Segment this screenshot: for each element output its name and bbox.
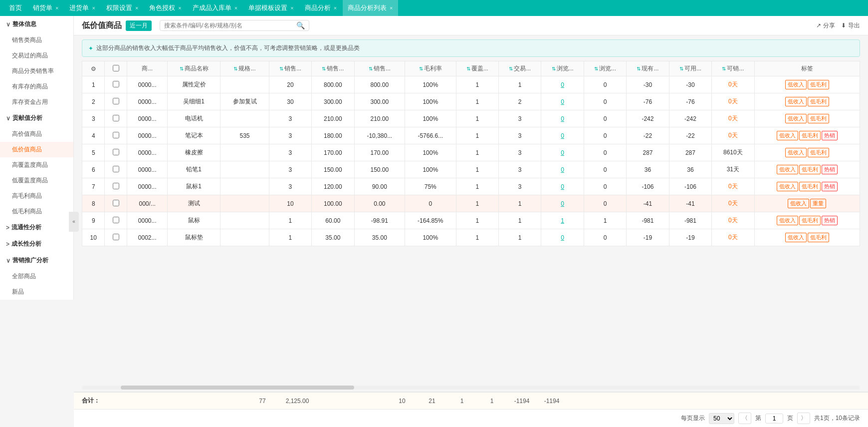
row-checkbox-1[interactable] [105,93,127,110]
row-browse1-2[interactable]: 0 [541,110,584,127]
select-all-checkbox[interactable] [113,65,119,71]
time-filter-button[interactable]: 近一月 [126,20,152,31]
sidebar-group-4[interactable]: ∨营销推广分析 [0,252,73,269]
col-header-sales_price[interactable]: ⇅销售... [312,61,354,76]
search-icon[interactable]: 🔍 [296,21,305,29]
nav-item-permission[interactable]: 权限设置× [101,0,143,16]
browse1-link-8[interactable]: 1 [561,217,564,224]
export-button[interactable]: ⬇ 导出 [841,21,860,30]
nav-close-permission[interactable]: × [135,5,138,11]
col-header-checkbox[interactable] [105,61,127,76]
row-check-1[interactable] [113,98,119,104]
row-check-2[interactable] [113,115,119,121]
browse1-link-1[interactable]: 0 [561,98,564,105]
next-page-button[interactable]: 〉 [797,413,810,424]
row-browse1-4[interactable]: 0 [541,144,584,161]
col-header-sales_amount[interactable]: ⇅销售... [354,61,405,76]
row-checkbox-6[interactable] [105,178,127,195]
sidebar-group-1[interactable]: ∨贡献值分析 [0,110,73,126]
sidebar-item-0-3[interactable]: 有库存的商品 [0,79,73,94]
nav-item-analysis[interactable]: 商品分析× [300,0,342,16]
sidebar-group-2[interactable]: >流通性分析 [0,219,73,236]
row-checkbox-2[interactable] [105,110,127,127]
col-header-settings[interactable]: ⚙ [82,61,105,76]
row-checkbox-7[interactable] [105,195,127,212]
row-checkbox-0[interactable] [105,76,127,93]
page-input[interactable] [765,414,783,424]
sidebar-group-3[interactable]: >成长性分析 [0,236,73,252]
col-header-transaction[interactable]: ⇅交易... [498,61,541,76]
col-header-name[interactable]: ⇅商品名称 [167,61,220,76]
row-browse1-3[interactable]: 0 [541,127,584,144]
nav-item-analysis-list[interactable]: 商品分析列表× [343,0,398,16]
row-check-3[interactable] [113,132,119,138]
sidebar-item-1-5[interactable]: 低毛利商品 [0,204,73,219]
nav-item-product[interactable]: 产成品入库单× [188,0,242,16]
page-size-select[interactable]: 50 100 200 [709,413,734,424]
row-checkbox-5[interactable] [105,161,127,178]
row-check-6[interactable] [113,183,119,189]
col-header-margin[interactable]: ⇅毛利率 [405,61,456,76]
sidebar-item-1-4[interactable]: 高毛利商品 [0,188,73,204]
browse1-link-2[interactable]: 0 [561,115,564,122]
row-checkbox-4[interactable] [105,144,127,161]
row-browse1-8[interactable]: 1 [541,212,584,229]
nav-close-product[interactable]: × [234,5,237,11]
horizontal-scrollbar[interactable] [82,386,860,390]
sidebar-item-0-1[interactable]: 交易过的商品 [0,48,73,63]
browse1-link-9[interactable]: 0 [561,234,564,241]
row-check-9[interactable] [113,234,119,240]
share-button[interactable]: ↗ 分享 [816,21,835,30]
nav-close-analysis[interactable]: × [334,5,337,11]
col-header-code[interactable]: 商... [127,61,167,76]
col-header-tags[interactable]: 标签 [754,61,860,76]
first-page-button[interactable]: 〈 [738,413,751,424]
row-checkbox-3[interactable] [105,127,127,144]
browse1-link-6[interactable]: 0 [561,183,564,190]
browse1-link-3[interactable]: 0 [561,132,564,139]
row-browse1-5[interactable]: 0 [541,161,584,178]
nav-close-template[interactable]: × [290,5,293,11]
sidebar-collapse-button[interactable]: « [69,212,79,232]
sidebar-group-0[interactable]: ∨整体信息 [0,16,73,32]
sidebar-item-1-2[interactable]: 高覆盖度商品 [0,157,73,173]
row-check-7[interactable] [113,200,119,206]
nav-close-sales[interactable]: × [55,5,58,11]
row-checkbox-8[interactable] [105,212,127,229]
row-browse1-7[interactable]: 0 [541,195,584,212]
nav-close-purchase[interactable]: × [92,5,95,11]
row-checkbox-9[interactable] [105,229,127,246]
browse1-link-0[interactable]: 0 [561,81,564,88]
sidebar-item-1-0[interactable]: 高价值商品 [0,126,73,142]
nav-item-sales[interactable]: 销货单× [28,0,63,16]
col-header-current_stock[interactable]: ⇅现有... [627,61,669,76]
sidebar-item-0-0[interactable]: 销售类商品 [0,32,73,48]
sidebar-item-4-0[interactable]: 全部商品 [0,269,73,284]
nav-item-purchase[interactable]: 进货单× [64,0,100,16]
browse1-link-7[interactable]: 0 [561,200,564,207]
row-browse1-9[interactable]: 0 [541,229,584,246]
sidebar-item-0-4[interactable]: 库存资金占用 [0,94,73,110]
sidebar-item-1-3[interactable]: 低覆盖度商品 [0,173,73,188]
col-header-coverage[interactable]: ⇅覆盖... [456,61,498,76]
row-browse1-1[interactable]: 0 [541,93,584,110]
col-header-saleable[interactable]: ⇅可销... [712,61,754,76]
row-check-0[interactable] [113,81,119,87]
col-header-available[interactable]: ⇅可用... [669,61,711,76]
row-check-5[interactable] [113,166,119,172]
row-check-8[interactable] [113,217,119,223]
sidebar-item-4-1[interactable]: 新品 [0,284,73,300]
nav-item-home[interactable]: 首页 [4,0,27,16]
scrollbar-thumb[interactable] [121,386,354,390]
col-header-browse2[interactable]: ⇅浏览... [584,61,626,76]
nav-item-template[interactable]: 单据模板设置× [243,0,298,16]
browse1-link-5[interactable]: 0 [561,166,564,173]
col-header-spec[interactable]: ⇅规格... [220,61,269,76]
sidebar-item-0-2[interactable]: 商品分类销售率 [0,63,73,79]
nav-item-role[interactable]: 角色授权× [144,0,186,16]
nav-close-role[interactable]: × [178,5,181,11]
sidebar-item-1-1[interactable]: 低价值商品 [0,142,73,157]
row-browse1-0[interactable]: 0 [541,76,584,93]
col-header-browse1[interactable]: ⇅浏览... [541,61,584,76]
row-browse1-6[interactable]: 0 [541,178,584,195]
